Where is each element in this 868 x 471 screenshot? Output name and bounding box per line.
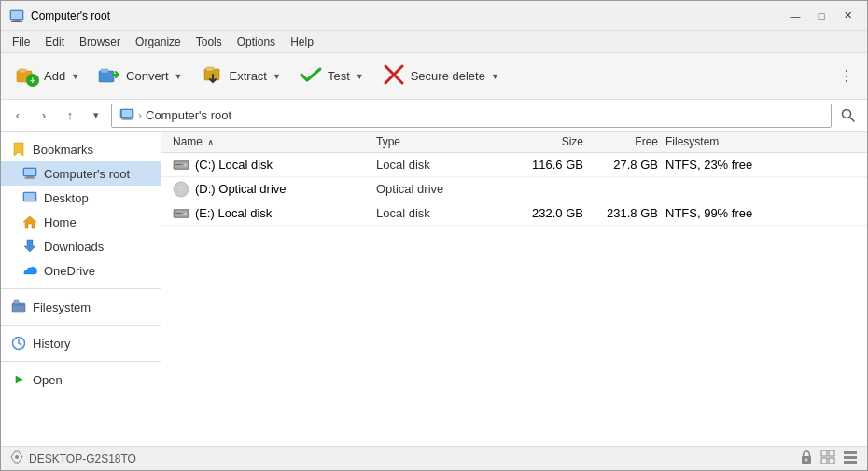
add-button[interactable]: + Add ▼ (7, 58, 87, 95)
title-bar-text: Computer's root (31, 9, 783, 22)
menu-bar: File Edit Browser Organize Tools Options… (1, 31, 867, 53)
home-icon (21, 214, 38, 230)
sidebar-item-open[interactable]: Open (1, 367, 161, 392)
status-computer-name: DESKTOP-G2S18TO (29, 452, 136, 465)
svg-point-41 (184, 212, 188, 215)
address-path-text: Computer's root (146, 108, 231, 122)
svg-marker-31 (16, 376, 22, 383)
svg-rect-29 (14, 300, 19, 304)
menu-options[interactable]: Options (230, 34, 283, 50)
onedrive-icon (21, 262, 38, 279)
sort-indicator: ∧ (207, 137, 214, 147)
main-area: Bookmarks Computer's root (1, 132, 867, 446)
sidebar-item-computers-root[interactable]: Computer's root (1, 161, 161, 186)
main-window: Computer's root — □ ✕ File Edit Browser … (0, 0, 868, 471)
sidebar-home-label: Home (44, 215, 77, 229)
up-button[interactable]: ↑ (59, 104, 81, 127)
toolbar-more-button[interactable]: ⋮ (832, 63, 861, 89)
svg-rect-5 (19, 69, 26, 73)
search-button[interactable] (835, 103, 861, 129)
bookmarks-label: Bookmarks (33, 143, 93, 157)
col-header-type[interactable]: Type (376, 135, 497, 148)
col-header-name[interactable]: Name ∧ (161, 135, 376, 148)
menu-help[interactable]: Help (283, 34, 321, 50)
file-size-e: 232.0 GB (497, 206, 591, 220)
svg-rect-15 (122, 110, 132, 117)
menu-organize[interactable]: Organize (128, 34, 189, 50)
sidebar-bookmarks-header[interactable]: Bookmarks (1, 137, 161, 161)
sidebar-item-filesystem[interactable]: Filesystem (1, 295, 161, 319)
sidebar-onedrive-label: OneDrive (44, 264, 95, 278)
sidebar-item-history[interactable]: History (1, 331, 161, 355)
address-path-icon (119, 107, 134, 123)
grid-view-icon[interactable] (820, 450, 835, 467)
menu-edit[interactable]: Edit (37, 34, 72, 50)
address-bar: ‹ › ↑ ▾ › Computer's root (1, 100, 867, 132)
test-button[interactable]: Test ▼ (290, 58, 371, 95)
col-header-free[interactable]: Free (591, 135, 665, 148)
svg-rect-50 (829, 458, 834, 464)
sidebar-divider-1 (1, 288, 161, 289)
col-header-size[interactable]: Size (497, 135, 591, 148)
file-list-header: Name ∧ Type Size Free Filesystem (161, 132, 867, 153)
svg-marker-20 (14, 143, 23, 156)
sidebar: Bookmarks Computer's root (1, 132, 161, 446)
sidebar-item-desktop[interactable]: Desktop (1, 186, 161, 210)
status-computer-icon (10, 450, 23, 466)
file-name-c: (C:) Local disk (195, 158, 273, 172)
svg-point-46 (805, 459, 808, 462)
sidebar-divider-2 (1, 325, 161, 326)
svg-rect-9 (101, 69, 108, 73)
svg-rect-2 (11, 21, 22, 22)
back-button[interactable]: ‹ (7, 104, 29, 127)
sidebar-computers-root-label: Computer's root (44, 167, 130, 181)
hdd-icon (173, 207, 189, 220)
file-row-name: (C:) Local disk (161, 158, 376, 172)
file-name-d: (D:) Optical drive (195, 182, 287, 196)
computer-icon (21, 165, 38, 182)
close-button[interactable]: ✕ (835, 6, 860, 26)
svg-rect-49 (821, 458, 827, 464)
convert-button[interactable]: Convert ▼ (89, 58, 189, 95)
menu-tools[interactable]: Tools (189, 34, 230, 50)
file-name-e: (E:) Local disk (195, 206, 272, 220)
svg-rect-42 (175, 213, 182, 214)
svg-point-44 (15, 455, 19, 459)
table-row[interactable]: (E:) Local disk Local disk 232.0 GB 231.… (161, 201, 867, 226)
lock-icon[interactable] (800, 450, 813, 467)
file-size-c: 116.6 GB (497, 158, 591, 172)
extract-button[interactable]: Extract ▼ (192, 58, 288, 95)
menu-browser[interactable]: Browser (72, 34, 128, 50)
file-fs-c: NTFS, 23% free (665, 158, 867, 172)
menu-file[interactable]: File (5, 34, 37, 50)
svg-point-38 (180, 188, 182, 190)
forward-button[interactable]: › (33, 104, 55, 127)
table-row[interactable]: (C:) Local disk Local disk 116.6 GB 27.8… (161, 153, 867, 177)
svg-rect-52 (844, 456, 857, 459)
address-path[interactable]: › Computer's root (111, 104, 832, 128)
maximize-button[interactable]: □ (809, 6, 833, 26)
history-dropdown-button[interactable]: ▾ (85, 104, 107, 127)
svg-marker-27 (23, 216, 36, 228)
svg-rect-35 (175, 164, 182, 165)
downloads-icon (21, 238, 38, 255)
desktop-icon (21, 189, 38, 206)
sidebar-item-downloads[interactable]: Downloads (1, 234, 161, 258)
col-header-fs[interactable]: Filesystem (665, 135, 867, 148)
title-bar-icon (8, 7, 25, 24)
svg-rect-53 (844, 461, 857, 464)
sidebar-item-onedrive[interactable]: OneDrive (1, 258, 161, 283)
extract-dropdown-arrow: ▼ (273, 72, 281, 81)
secure-delete-button[interactable]: Secure delete ▼ (373, 58, 507, 95)
minimize-button[interactable]: — (783, 6, 807, 26)
table-row[interactable]: (D:) Optical drive Optical drive (161, 177, 867, 201)
secure-delete-dropdown-arrow: ▼ (491, 72, 499, 81)
secure-delete-label: Secure delete (411, 69, 485, 83)
svg-rect-24 (25, 178, 35, 179)
sidebar-item-home[interactable]: Home (1, 210, 161, 234)
convert-dropdown-arrow: ▼ (175, 72, 183, 81)
svg-rect-51 (844, 451, 857, 454)
list-view-icon[interactable] (843, 450, 858, 467)
add-label: Add (44, 69, 65, 83)
convert-label: Convert (126, 69, 169, 83)
